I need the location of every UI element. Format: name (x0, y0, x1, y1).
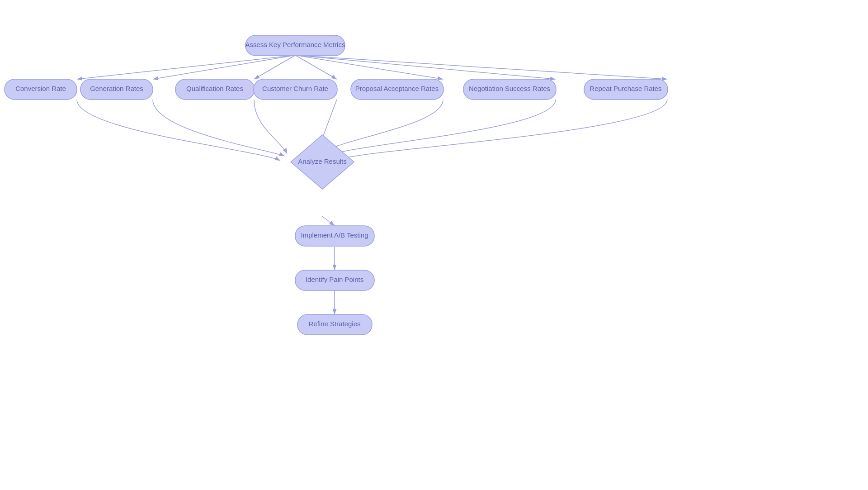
qualification-label: Qualification Rates (186, 85, 243, 92)
conversion-label: Conversion Rate (15, 85, 66, 92)
arrow-repeat-analyze (337, 100, 667, 161)
assess-node: Assess Key Performance Metrics (245, 35, 345, 56)
ab-testing-node: Implement A/B Testing (295, 226, 374, 246)
proposal-node: Proposal Acceptance Rates (351, 79, 443, 100)
repeat-label: Repeat Purchase Rates (590, 85, 661, 92)
churn-label: Customer Churn Rate (262, 85, 328, 92)
assess-label: Assess Key Performance Metrics (245, 41, 345, 48)
arrow-assess-conversion (77, 55, 295, 79)
churn-node: Customer Churn Rate (254, 79, 337, 100)
arrow-assess-proposal (295, 55, 443, 79)
arrow-assess-negotiation (295, 55, 556, 79)
arrow-qualification-analyze (254, 100, 287, 154)
analyze-label: Analyze Results (298, 157, 347, 165)
pain-label: Identify Pain Points (306, 276, 363, 283)
generation-node: Generation Rates (80, 79, 153, 100)
arrow-assess-generation (153, 55, 295, 79)
negotiation-label: Negotiation Success Rates (469, 85, 550, 92)
pain-points-node: Identify Pain Points (295, 270, 374, 290)
refine-node: Refine Strategies (297, 314, 372, 335)
qualification-node: Qualification Rates (175, 79, 255, 100)
analyze-node: Analyze Results (291, 135, 354, 189)
negotiation-node: Negotiation Success Rates (463, 79, 556, 100)
conversion-node: Conversion Rate (5, 79, 77, 100)
ab-label: Implement A/B Testing (301, 231, 368, 239)
generation-label: Generation Rates (90, 85, 143, 92)
arrow-conversion-analyze (77, 100, 280, 161)
proposal-label: Proposal Acceptance Rates (355, 85, 439, 92)
arrow-assess-repeat (295, 55, 667, 79)
refine-label: Refine Strategies (308, 320, 360, 328)
arrow-proposal-analyze (323, 100, 443, 154)
arrow-negotiation-analyze (330, 100, 556, 156)
arrow-analyze-ab (322, 216, 335, 226)
repeat-node: Repeat Purchase Rates (584, 79, 668, 100)
